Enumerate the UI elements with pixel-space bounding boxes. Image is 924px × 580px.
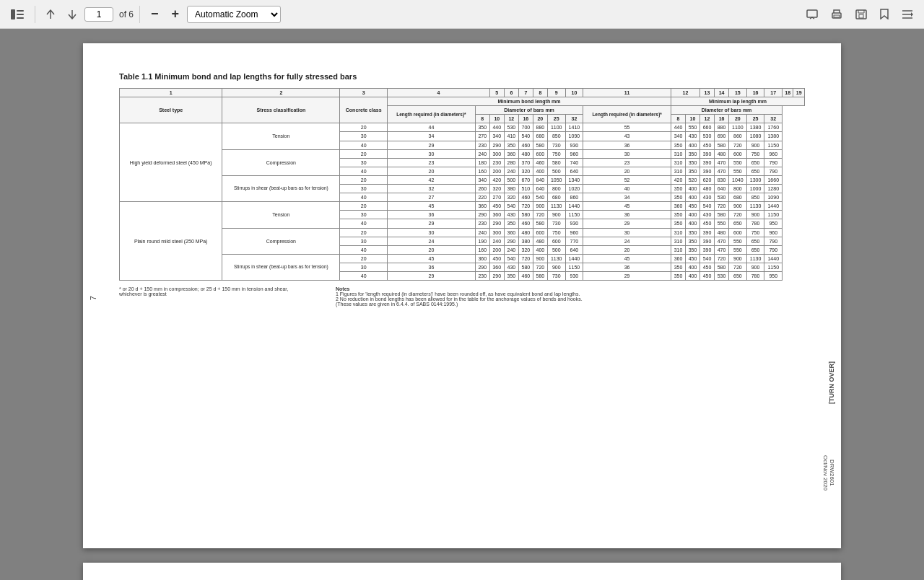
zoom-select[interactable]: Automatic Zoom Actual Size Page Fit Page… — [187, 6, 281, 23]
d10-bond: 10 — [489, 115, 504, 123]
next-page-button[interactable] — [63, 6, 82, 23]
svg-rect-4 — [807, 10, 817, 17]
d25-bond: 25 — [547, 115, 565, 123]
svg-rect-1 — [17, 10, 24, 12]
d8-lap: 8 — [671, 115, 685, 123]
page-total-label: of 6 — [119, 9, 134, 19]
save-button[interactable] — [850, 6, 872, 23]
col-18-num: 18 — [783, 89, 793, 97]
presentation-button[interactable] — [801, 6, 823, 23]
svg-marker-9 — [911, 12, 913, 17]
separator-1 — [35, 6, 35, 23]
length-req-lap-header: Length required (in diameters)* — [583, 106, 671, 123]
drw-label: DRW2601 Oct/Nov 2020 — [822, 455, 835, 491]
col-13-num: 13 — [700, 89, 715, 97]
stirrups-hy: Stirrups in shear (beat-up bars as for t… — [222, 175, 340, 201]
col-12-num: 12 — [671, 89, 699, 97]
svg-rect-6 — [834, 15, 840, 17]
col-19-num: 19 — [793, 89, 805, 97]
col-5-num: 5 — [489, 89, 504, 97]
col-15-num: 15 — [729, 89, 747, 97]
table-title: Table 1.1 Minimum bond and lap lengths f… — [119, 72, 805, 81]
table-row: Plain round mild steel (250 MPa) Tension… — [120, 202, 805, 211]
main-header-row: Steel type Stress classification Concret… — [120, 97, 805, 106]
prev-page-button[interactable] — [41, 6, 60, 23]
d12-bond: 12 — [504, 115, 518, 123]
footnote-right: Notes 1 Figures for 'length required (in… — [336, 286, 805, 307]
d16-lap: 16 — [715, 115, 729, 123]
table-row: Compression 20 30 240300360480600750960 … — [120, 228, 805, 237]
d32-bond: 32 — [565, 115, 583, 123]
separator-2 — [139, 6, 140, 23]
col-16-num: 16 — [746, 89, 764, 97]
table-row: Compression 20 30 240300360480600750960 … — [120, 149, 805, 158]
diam-bars-bond-header: Diameter of bars mm — [475, 106, 583, 115]
pdf-page-2-partial — [83, 563, 841, 580]
turn-over-label: [TURN OVER] — [828, 361, 835, 404]
bookmark-button[interactable] — [875, 5, 894, 23]
footnote-2: 2 No reduction in bond lengths has been … — [336, 296, 805, 302]
table-row: Stirrups in shear (beat-up bars as for t… — [120, 254, 805, 263]
steel-type-header: Steel type — [120, 97, 222, 123]
cc-20-t1: 20 — [340, 123, 388, 132]
d20-bond: 20 — [533, 115, 547, 123]
pdf-page-1: 7 Table 1.1 Minimum bond and lap lengths… — [83, 43, 841, 548]
compression-hy: Compression — [222, 149, 340, 175]
compression-pr: Compression — [222, 228, 340, 254]
col-3-num: 3 — [340, 89, 388, 97]
d25-lap: 25 — [746, 115, 764, 123]
footnotes: * or 20 d + 150 mm in compression; or 25… — [119, 286, 805, 307]
d8-bond: 8 — [475, 115, 489, 123]
col-11-num: 11 — [583, 89, 671, 97]
svg-rect-3 — [17, 17, 24, 19]
steel-type-pr: Plain round mild steel (250 MPa) — [120, 202, 222, 281]
page-number-side: 7 — [89, 296, 97, 300]
toolbar-right — [801, 5, 918, 23]
more-tools-button[interactable] — [897, 6, 918, 23]
d16-bond: 16 — [518, 115, 533, 123]
d32-lap: 32 — [764, 115, 783, 123]
col-8-num: 8 — [533, 89, 547, 97]
footnote-1: 1 Figures for 'length required (in diame… — [336, 291, 805, 296]
col-17-num: 17 — [764, 89, 783, 97]
tension-hy: Tension — [222, 123, 340, 149]
table-row: Stirrups in shear (beat-up bars as for t… — [120, 175, 805, 184]
col-2-num: 2 — [222, 89, 340, 97]
steel-type-hy: High yield deformed steel (450 MPa) — [120, 123, 222, 202]
concrete-class-header: Concrete class — [340, 97, 388, 123]
diam-bars-lap-header: Diameter of bars mm — [671, 106, 782, 115]
col-9-num: 9 — [547, 89, 565, 97]
length-req-bond-header: Length required (in diameters)* — [388, 106, 476, 123]
svg-rect-2 — [17, 14, 24, 15]
print-button[interactable] — [826, 6, 847, 23]
footnote-title: Notes — [336, 286, 805, 291]
svg-rect-0 — [11, 9, 15, 19]
col-number-row: 1 2 3 4 5 6 7 8 9 10 11 12 13 14 15 16 1 — [120, 89, 805, 97]
toolbar: of 6 − + Automatic Zoom Actual Size Page… — [0, 0, 924, 29]
d12-lap: 12 — [700, 115, 715, 123]
zoom-out-button[interactable]: − — [146, 3, 164, 25]
page-number-input[interactable] — [84, 7, 113, 22]
toggle-sidebar-button[interactable] — [6, 6, 29, 23]
svg-rect-8 — [859, 14, 863, 18]
col-14-num: 14 — [715, 89, 729, 97]
tension-pr: Tension — [222, 202, 340, 228]
lap-length-header: Minimum lap length mm — [671, 97, 804, 106]
col-6-num: 6 — [504, 89, 518, 97]
bond-length-header: Minimum bond length mm — [388, 97, 671, 106]
col-1-num: 1 — [120, 89, 222, 97]
table-row: High yield deformed steel (450 MPa) Tens… — [120, 123, 805, 132]
footnote-left: * or 20 d + 150 mm in compression; or 25… — [119, 286, 307, 307]
col-4-num: 4 — [388, 89, 490, 97]
pdf-viewer[interactable]: 7 Table 1.1 Minimum bond and lap lengths… — [0, 29, 924, 580]
d10-lap: 10 — [685, 115, 699, 123]
d20-lap: 20 — [729, 115, 747, 123]
bond-lap-table: 1 2 3 4 5 6 7 8 9 10 11 12 13 14 15 16 1 — [119, 88, 805, 281]
col-7-num: 7 — [518, 89, 533, 97]
col-10-num: 10 — [565, 89, 583, 97]
zoom-in-button[interactable]: + — [167, 3, 185, 25]
stirrups-pr: Stirrups in shear (beat-up bars as for t… — [222, 254, 340, 280]
stress-class-header: Stress classification — [222, 97, 340, 123]
footnote-3: (These values are given in 6.4.4. of SAB… — [336, 302, 805, 307]
